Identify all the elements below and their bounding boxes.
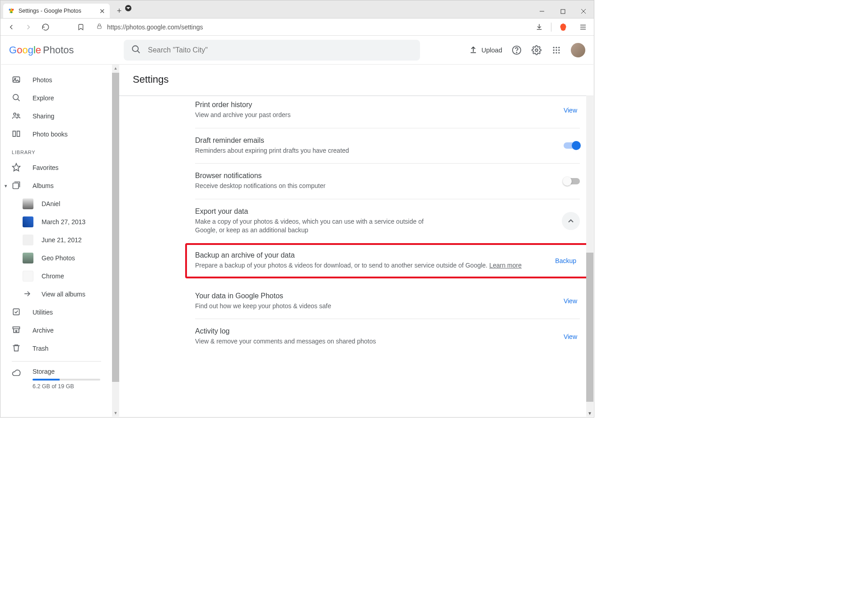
sidebar-scrollbar-thumb[interactable] bbox=[112, 73, 119, 382]
avatar[interactable] bbox=[571, 43, 585, 57]
upload-label: Upload bbox=[481, 47, 502, 54]
help-icon[interactable] bbox=[511, 45, 522, 56]
view-print-history-link[interactable]: View bbox=[561, 107, 580, 114]
search-bar[interactable] bbox=[124, 40, 420, 61]
sidebar-item-sharing[interactable]: Sharing bbox=[1, 107, 106, 125]
storage-bar bbox=[33, 379, 100, 381]
browser-window: Settings - Google Photos ✕ + https://pho… bbox=[0, 0, 594, 418]
svg-point-22 bbox=[558, 49, 560, 51]
back-button[interactable] bbox=[6, 22, 17, 33]
sidebar-item-storage[interactable]: Storage 6.2 GB of 19 GB bbox=[1, 365, 106, 390]
maximize-button[interactable] bbox=[552, 5, 573, 18]
svg-line-29 bbox=[18, 99, 19, 101]
svg-point-17 bbox=[553, 47, 555, 48]
download-icon[interactable] bbox=[534, 22, 545, 33]
trash-icon bbox=[12, 343, 22, 354]
search-icon bbox=[12, 93, 22, 103]
svg-rect-35 bbox=[13, 309, 19, 315]
divider bbox=[551, 23, 551, 32]
setting-draft-emails: Draft reminder emails Reminders about ex… bbox=[195, 128, 580, 164]
tab-title: Settings - Google Photos bbox=[19, 8, 96, 14]
gear-icon[interactable] bbox=[531, 45, 542, 56]
backup-button[interactable]: Backup bbox=[552, 257, 579, 264]
album-daniel[interactable]: DAniel bbox=[1, 195, 112, 213]
svg-point-25 bbox=[558, 52, 560, 53]
draft-emails-toggle[interactable] bbox=[564, 142, 580, 149]
close-window-button[interactable] bbox=[573, 5, 594, 18]
setting-activity-log: Activity log View & remove your comments… bbox=[195, 319, 580, 354]
book-icon bbox=[12, 129, 22, 140]
apps-grid-icon[interactable] bbox=[551, 45, 562, 56]
setting-your-data: Your data in Google Photos Find out how … bbox=[195, 284, 580, 319]
search-input[interactable] bbox=[148, 46, 413, 54]
google-photos-app: Google Photos Upload Photos bbox=[1, 36, 593, 417]
upload-button[interactable]: Upload bbox=[469, 45, 502, 55]
album-march-2013[interactable]: March 27, 2013 bbox=[1, 213, 112, 231]
album-thumb bbox=[23, 271, 33, 282]
utilities-icon bbox=[12, 307, 22, 318]
bookmark-button[interactable] bbox=[75, 22, 86, 33]
sidebar-item-archive[interactable]: Archive bbox=[1, 321, 106, 339]
learn-more-link[interactable]: Learn more bbox=[489, 262, 522, 269]
sharing-icon bbox=[12, 111, 22, 122]
album-thumb bbox=[23, 253, 33, 263]
svg-point-31 bbox=[17, 114, 19, 116]
browser-tab[interactable]: Settings - Google Photos ✕ bbox=[3, 4, 110, 18]
sidebar-item-explore[interactable]: Explore bbox=[1, 89, 106, 107]
album-chrome[interactable]: Chrome bbox=[1, 267, 112, 285]
sidebar-view-all-albums[interactable]: View all albums bbox=[1, 285, 112, 303]
album-thumb bbox=[23, 235, 33, 245]
reload-button[interactable] bbox=[40, 22, 51, 33]
forward-button[interactable] bbox=[23, 22, 34, 33]
svg-rect-7 bbox=[98, 26, 101, 28]
google-photos-logo[interactable]: Google Photos bbox=[9, 44, 74, 56]
scroll-up-icon[interactable]: ▲ bbox=[112, 65, 119, 72]
svg-point-16 bbox=[535, 49, 538, 52]
view-activity-link[interactable]: View bbox=[561, 333, 580, 340]
chevron-down-icon[interactable]: ▾ bbox=[5, 183, 7, 189]
url-text: https://photos.google.com/settings bbox=[107, 24, 203, 31]
svg-point-23 bbox=[553, 52, 555, 53]
setting-print-history: Print order history View and archive you… bbox=[195, 93, 580, 128]
sidebar-scrollbar-track[interactable]: ▲ ▼ bbox=[112, 65, 119, 417]
svg-rect-4 bbox=[561, 9, 565, 14]
favicon-icon bbox=[8, 7, 15, 14]
svg-point-30 bbox=[14, 113, 16, 115]
library-section-label: LIBRARY bbox=[1, 143, 112, 159]
page-title: Settings bbox=[119, 65, 593, 93]
brave-lion-icon[interactable] bbox=[558, 22, 569, 33]
album-geo-photos[interactable]: Geo Photos bbox=[1, 249, 112, 267]
menu-button[interactable] bbox=[578, 22, 588, 33]
brave-shields-indicator[interactable] bbox=[125, 5, 131, 11]
main-scrollbar-thumb[interactable] bbox=[586, 253, 593, 402]
scroll-down-icon[interactable]: ▼ bbox=[586, 409, 593, 417]
setting-browser-notifications: Browser notifications Receive desktop no… bbox=[195, 163, 580, 199]
view-your-data-link[interactable]: View bbox=[561, 297, 580, 305]
settings-main: Settings Print order history View and ar… bbox=[119, 65, 593, 417]
sidebar-item-utilities[interactable]: Utilities bbox=[1, 303, 106, 321]
album-june-2012[interactable]: June 21, 2012 bbox=[1, 231, 112, 249]
svg-point-21 bbox=[555, 49, 557, 51]
sidebar-item-photos[interactable]: Photos bbox=[1, 71, 106, 89]
minimize-button[interactable] bbox=[532, 5, 552, 18]
scroll-down-icon[interactable]: ▼ bbox=[112, 409, 119, 417]
collapse-export-button[interactable] bbox=[562, 212, 580, 230]
svg-rect-33 bbox=[13, 183, 19, 189]
scroll-shadow bbox=[119, 95, 586, 96]
sidebar-item-trash[interactable]: Trash bbox=[1, 339, 106, 357]
sidebar-item-favorites[interactable]: Favorites bbox=[1, 159, 106, 177]
address-bar: https://photos.google.com/settings bbox=[0, 19, 594, 36]
svg-line-12 bbox=[137, 51, 140, 53]
photos-icon bbox=[12, 75, 22, 85]
sidebar-item-photobooks[interactable]: Photo books bbox=[1, 125, 106, 143]
url-field[interactable]: https://photos.google.com/settings bbox=[93, 23, 527, 31]
svg-point-15 bbox=[516, 52, 517, 52]
new-tab-button[interactable]: + bbox=[113, 5, 125, 17]
browser-notifications-toggle[interactable] bbox=[564, 178, 580, 184]
album-icon bbox=[12, 181, 22, 191]
close-tab-icon[interactable]: ✕ bbox=[99, 8, 105, 14]
album-thumb bbox=[23, 216, 33, 227]
svg-point-11 bbox=[132, 46, 138, 52]
setting-backup-archive-highlighted: Backup an archive of your data Prepare a… bbox=[185, 243, 589, 278]
sidebar-item-albums[interactable]: ▾ Albums bbox=[1, 177, 106, 195]
